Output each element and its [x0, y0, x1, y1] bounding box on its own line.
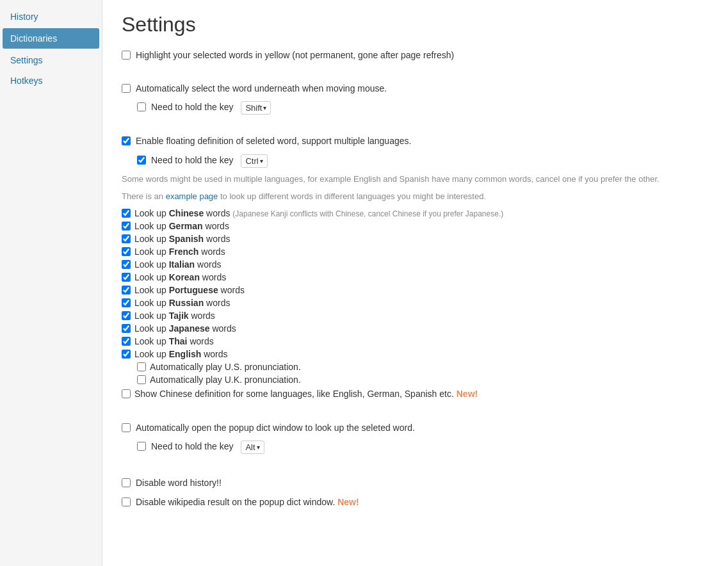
example-page-link[interactable]: example page — [166, 191, 218, 201]
lang-row-french: Look up French words — [122, 247, 709, 257]
lang-russian-checkbox[interactable] — [122, 298, 131, 307]
lang-chinese-label[interactable]: Look up Chinese words (Japanese Kanji co… — [134, 208, 503, 218]
lang-row-italian: Look up Italian words — [122, 259, 709, 270]
auto-select-checkbox[interactable] — [122, 84, 131, 93]
lang-japanese-checkbox[interactable] — [122, 324, 131, 333]
lang-tajik-checkbox[interactable] — [122, 311, 131, 320]
info-text-2: There is an example page to look up diff… — [122, 190, 709, 203]
lang-german-label[interactable]: Look up German words — [134, 221, 229, 231]
lang-row-german: Look up German words — [122, 221, 709, 231]
highlight-label[interactable]: Highlight your selected words in yellow … — [136, 49, 454, 62]
auto-popup-label[interactable]: Automatically open the popup dict window… — [136, 422, 415, 435]
highlight-checkbox[interactable] — [122, 51, 131, 60]
lang-thai-label[interactable]: Look up Thai words — [134, 336, 214, 346]
show-chinese-def-checkbox[interactable] — [122, 389, 131, 398]
show-chinese-def-label[interactable]: Show Chinese definition for some languag… — [134, 389, 478, 399]
lang-chinese-checkbox[interactable] — [122, 209, 131, 218]
lang-english-checkbox[interactable] — [122, 350, 131, 359]
auto-select-key-row: Need to hold the key Shift — [137, 101, 709, 115]
us-pron-label[interactable]: Automatically play U.S. pronunciation. — [150, 362, 301, 372]
disable-history-checkbox[interactable] — [122, 478, 131, 487]
lang-row-korean: Look up Korean words — [122, 272, 709, 282]
auto-popup-key-row: Need to hold the key Alt — [137, 441, 709, 454]
uk-pron-checkbox[interactable] — [137, 375, 146, 384]
disable-history-label[interactable]: Disable word history!! — [136, 477, 222, 490]
lang-row-spanish: Look up Spanish words — [122, 234, 709, 244]
disable-history-section: Disable word history!! Disable wikipedia… — [122, 477, 709, 508]
lang-row-thai: Look up Thai words — [122, 336, 709, 346]
sidebar: History Dictionaries Settings Hotkeys — [0, 0, 102, 566]
lang-japanese-label[interactable]: Look up Japanese words — [134, 323, 236, 334]
lang-row-portuguese: Look up Portuguese words — [122, 285, 709, 295]
lang-portuguese-label[interactable]: Look up Portuguese words — [134, 285, 245, 295]
show-chinese-def-new-badge: New! — [457, 389, 478, 399]
lang-italian-label[interactable]: Look up Italian words — [134, 259, 221, 270]
auto-popup-checkbox[interactable] — [122, 423, 131, 432]
language-list: Look up Chinese words (Japanese Kanji co… — [122, 208, 709, 399]
us-pron-row: Automatically play U.S. pronunciation. — [137, 362, 709, 372]
info-text-1: Some words might be used in multiple lan… — [122, 173, 709, 186]
highlight-section: Highlight your selected words in yellow … — [122, 49, 709, 62]
show-chinese-def-row: Show Chinese definition for some languag… — [122, 389, 709, 399]
lang-english-label[interactable]: Look up English words — [134, 349, 228, 359]
floating-def-section: Enable floating definition of seleted wo… — [122, 135, 709, 399]
us-pron-checkbox[interactable] — [137, 362, 146, 371]
lang-korean-label[interactable]: Look up Korean words — [134, 272, 226, 282]
english-sub-settings: Automatically play U.S. pronunciation. A… — [137, 362, 709, 385]
lang-row-tajik: Look up Tajik words — [122, 311, 709, 321]
lang-french-checkbox[interactable] — [122, 247, 131, 256]
highlight-row: Highlight your selected words in yellow … — [122, 49, 709, 62]
auto-popup-row: Automatically open the popup dict window… — [122, 422, 709, 435]
auto-select-label[interactable]: Automatically select the word underneath… — [136, 83, 387, 95]
disable-wikipedia-new-badge: New! — [337, 497, 359, 507]
auto-select-row: Automatically select the word underneath… — [122, 83, 709, 95]
lang-korean-checkbox[interactable] — [122, 273, 131, 282]
floating-def-row: Enable floating definition of seleted wo… — [122, 135, 709, 148]
lang-portuguese-checkbox[interactable] — [122, 286, 131, 295]
sidebar-item-hotkeys[interactable]: Hotkeys — [0, 70, 102, 91]
auto-popup-section: Automatically open the popup dict window… — [122, 422, 709, 455]
page-title: Settings — [122, 13, 709, 36]
lang-thai-checkbox[interactable] — [122, 337, 131, 346]
disable-history-row: Disable word history!! — [122, 477, 709, 490]
sidebar-item-settings[interactable]: Settings — [0, 50, 102, 70]
ctrl-dropdown[interactable]: Ctrl — [241, 154, 267, 168]
lang-tajik-label[interactable]: Look up Tajik words — [134, 311, 215, 321]
uk-pron-row: Automatically play U.K. pronunciation. — [137, 375, 709, 385]
lang-row-chinese: Look up Chinese words (Japanese Kanji co… — [122, 208, 709, 218]
disable-wikipedia-row: Disable wikipedia result on the popup di… — [122, 496, 709, 509]
floating-def-key-row: Need to hold the key Ctrl — [137, 154, 709, 168]
lang-row-russian: Look up Russian words — [122, 298, 709, 308]
lang-spanish-checkbox[interactable] — [122, 234, 131, 243]
floating-def-key-checkbox[interactable] — [137, 156, 146, 165]
lang-row-english: Look up English words — [122, 349, 709, 359]
floating-def-label[interactable]: Enable floating definition of seleted wo… — [136, 135, 411, 148]
uk-pron-label[interactable]: Automatically play U.K. pronunciation. — [150, 375, 301, 385]
sidebar-item-dictionaries[interactable]: Dictionaries — [3, 28, 99, 49]
floating-def-checkbox[interactable] — [122, 136, 131, 145]
auto-popup-key-label: Need to hold the key — [151, 441, 233, 453]
disable-wikipedia-label[interactable]: Disable wikipedia result on the popup di… — [136, 496, 359, 509]
auto-select-key-label: Need to hold the key — [151, 101, 233, 114]
auto-popup-key-checkbox[interactable] — [137, 442, 146, 451]
main-content: Settings Highlight your selected words i… — [102, 0, 728, 566]
lang-russian-label[interactable]: Look up Russian words — [134, 298, 230, 308]
lang-german-checkbox[interactable] — [122, 222, 131, 230]
alt-dropdown[interactable]: Alt — [241, 441, 264, 454]
auto-select-key-checkbox[interactable] — [137, 102, 146, 111]
shift-dropdown[interactable]: Shift — [241, 101, 271, 115]
lang-italian-checkbox[interactable] — [122, 260, 131, 269]
lang-spanish-label[interactable]: Look up Spanish words — [134, 234, 230, 244]
floating-def-key-label: Need to hold the key — [151, 154, 233, 167]
auto-select-section: Automatically select the word underneath… — [122, 83, 709, 115]
lang-french-label[interactable]: Look up French words — [134, 247, 225, 257]
lang-row-japanese: Look up Japanese words — [122, 323, 709, 334]
disable-wikipedia-checkbox[interactable] — [122, 497, 131, 506]
sidebar-item-history[interactable]: History — [0, 6, 102, 27]
